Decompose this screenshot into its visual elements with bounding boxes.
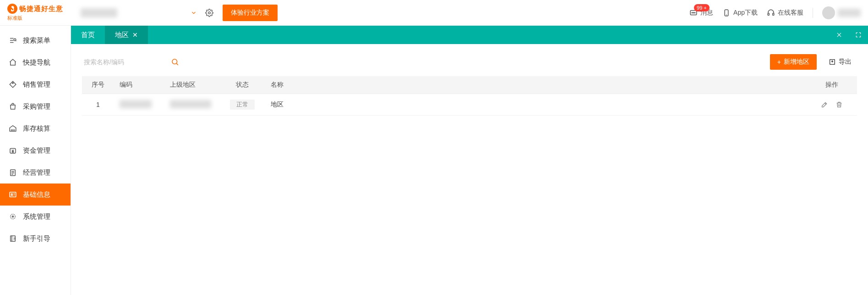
svg-point-28 [12, 216, 14, 217]
sidebar-item-inventory[interactable]: 库存核算 [0, 117, 71, 139]
svg-point-0 [208, 11, 211, 14]
app-download-button[interactable]: App下载 [722, 9, 758, 17]
avatar-icon [822, 6, 835, 19]
gear-outline-icon [8, 212, 17, 221]
cell-op [807, 94, 857, 116]
sidebar: 搜索菜单 快捷导航 销售管理 采购管理 库存核算 资金管理 经营管理 基础信息 [0, 26, 71, 295]
messages-badge: 99 + [694, 4, 710, 11]
col-status: 状态 [219, 76, 265, 94]
sidebar-item-label: 经营管理 [23, 168, 50, 177]
sidebar-item-label: 搜索菜单 [23, 36, 50, 45]
export-label: 导出 [839, 58, 852, 66]
search-input[interactable] [84, 56, 166, 68]
code-redacted [120, 100, 152, 108]
cell-status: 正常 [219, 94, 265, 116]
fullscreen-button[interactable] [849, 26, 868, 44]
svg-point-24 [11, 194, 12, 195]
svg-line-13 [16, 40, 16, 41]
tab-home[interactable]: 首页 [71, 26, 105, 44]
headset-icon [767, 9, 775, 17]
table-row[interactable]: 1 正常 地区 [82, 94, 857, 116]
online-support-button[interactable]: 在线客服 [767, 9, 803, 17]
brand-name: 畅捷通好生意 [19, 5, 63, 13]
sidebar-item-search-menu[interactable]: 搜索菜单 [0, 29, 71, 51]
status-badge: 正常 [230, 100, 255, 110]
home-icon [8, 58, 17, 67]
col-name: 名称 [265, 76, 807, 94]
warehouse-icon [8, 124, 17, 133]
edit-icon [821, 101, 828, 108]
sidebar-item-sales[interactable]: 销售管理 [0, 73, 71, 95]
add-region-label: 新增地区 [784, 58, 809, 66]
sidebar-item-guide[interactable]: 新 新手引导 [0, 228, 71, 250]
svg-point-27 [11, 214, 16, 219]
online-support-label: 在线客服 [778, 9, 803, 17]
tab-label: 首页 [81, 31, 95, 39]
svg-text:新: 新 [13, 237, 16, 240]
sidebar-item-funds[interactable]: 资金管理 [0, 139, 71, 161]
tag-icon [8, 80, 17, 89]
close-icon [836, 32, 842, 38]
sidebar-item-quick-nav[interactable]: 快捷导航 [0, 51, 71, 73]
money-icon [8, 146, 17, 155]
tab-region[interactable]: 地区 ✕ [105, 26, 148, 44]
brand-edition: 标准版 [7, 15, 71, 22]
id-card-icon [8, 190, 17, 199]
sidebar-item-label: 快捷导航 [23, 58, 50, 67]
svg-point-14 [12, 83, 13, 83]
tab-label: 地区 [115, 31, 129, 39]
svg-rect-8 [773, 13, 774, 15]
brand-logo: 畅捷通好生意 标准版 [7, 4, 71, 22]
search-icon[interactable] [171, 58, 179, 66]
account-name-redacted [81, 8, 117, 17]
logo-icon [7, 4, 17, 14]
col-parent: 上级地区 [164, 76, 219, 94]
sidebar-item-label: 基础信息 [23, 190, 50, 199]
parent-redacted [170, 100, 211, 108]
chevron-down-icon[interactable] [191, 10, 197, 16]
settings-button[interactable] [205, 9, 213, 17]
cell-parent [164, 94, 219, 116]
delete-button[interactable] [835, 101, 843, 108]
region-table: 序号 编码 上级地区 状态 名称 操作 1 正常 地区 [82, 76, 857, 116]
sidebar-item-purchase[interactable]: 采购管理 [0, 95, 71, 117]
svg-line-35 [176, 63, 178, 65]
cell-seq: 1 [82, 94, 114, 116]
trash-icon [835, 101, 843, 108]
sidebar-item-label: 系统管理 [23, 212, 50, 221]
sidebar-item-basic-info[interactable]: 基础信息 [0, 184, 71, 206]
col-seq: 序号 [82, 76, 114, 94]
sidebar-item-label: 销售管理 [23, 80, 50, 89]
sidebar-item-label: 新手引导 [23, 234, 50, 243]
col-code: 编码 [114, 76, 164, 94]
col-op: 操作 [807, 76, 857, 94]
search-menu-icon [8, 36, 17, 45]
export-button[interactable]: 导出 [825, 54, 855, 70]
sidebar-item-business[interactable]: 经营管理 [0, 161, 71, 184]
sidebar-item-system[interactable]: 系统管理 [0, 206, 71, 228]
svg-point-2 [692, 12, 693, 13]
user-menu[interactable] [822, 6, 861, 19]
book-icon: 新 [8, 234, 17, 243]
bag-icon [8, 102, 17, 111]
svg-rect-7 [768, 13, 769, 15]
close-icon[interactable]: ✕ [132, 31, 138, 39]
clipboard-icon [8, 168, 17, 177]
mobile-icon [722, 9, 731, 17]
export-icon [829, 58, 836, 66]
app-download-label: App下载 [733, 9, 758, 17]
svg-point-3 [693, 12, 694, 13]
tab-bar: 首页 地区 ✕ [71, 26, 868, 44]
account-selector[interactable] [81, 8, 117, 17]
sidebar-item-label: 库存核算 [23, 124, 50, 133]
svg-point-4 [694, 12, 695, 13]
sidebar-item-label: 资金管理 [23, 146, 50, 155]
add-region-button[interactable]: + 新增地区 [770, 54, 817, 70]
gear-icon [205, 9, 213, 17]
close-all-tabs-button[interactable] [830, 26, 849, 44]
messages-button[interactable]: 99 + 消息 [689, 9, 713, 17]
plus-icon: + [777, 58, 781, 66]
experience-button[interactable]: 体验行业方案 [223, 5, 278, 21]
edit-button[interactable] [821, 101, 828, 108]
cell-name: 地区 [265, 94, 807, 116]
